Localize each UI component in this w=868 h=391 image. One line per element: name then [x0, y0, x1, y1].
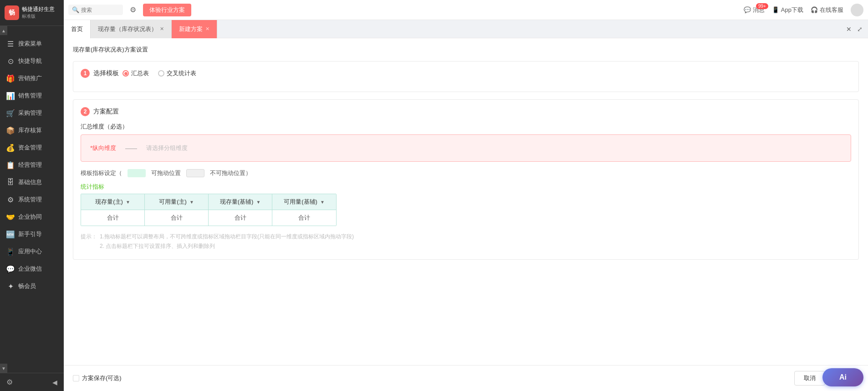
tab-close-inventory[interactable]: ✕ — [160, 26, 164, 32]
search-box[interactable]: 🔍 — [68, 5, 123, 15]
indicators-label-text: 模板指标设定（ — [81, 169, 122, 177]
sidebar-scroll-down[interactable]: ▼ — [0, 364, 7, 373]
tip-2-text: 2. 点击标题栏下拉可设置排序、插入列和删除列 — [100, 242, 215, 250]
messages-badge: 99+ — [756, 3, 768, 9]
messages-button[interactable]: 💬 消息 99+ — [744, 6, 765, 14]
message-icon: 💬 — [744, 6, 751, 13]
sidebar-item-label: 新手引导 — [18, 230, 42, 238]
sidebar-item-sales[interactable]: 📊 销售管理 — [0, 87, 64, 104]
inventory-icon: 📦 — [6, 126, 15, 134]
tab-inventory-status[interactable]: 现存量（库存状况表） ✕ — [91, 20, 172, 38]
sidebar-item-marketing[interactable]: 🎁 营销推广 — [0, 70, 64, 87]
app-download-label: App下载 — [781, 6, 803, 14]
radio-summary[interactable]: 汇总表 — [123, 69, 149, 77]
plan-config: 汇总维度（必选） *纵向维度 —— 请选择分组维度 模板指标设定（ 可拖动位置 … — [81, 123, 851, 250]
sidebar-item-label: 库存核算 — [18, 126, 42, 134]
col1-label: 现存量(主) — [95, 198, 123, 206]
dimension-divider: —— — [125, 145, 137, 152]
onboarding-icon: 🆕 — [6, 230, 15, 238]
indicators-unmovable-text: 不可拖动位置） — [210, 169, 251, 177]
basic-info-icon: 🗄 — [6, 178, 15, 186]
sidebar-item-label: 搜索菜单 — [18, 40, 42, 48]
service-icon: 🎧 — [811, 6, 818, 13]
home-tab-label: 首页 — [71, 25, 83, 33]
tab-close-new-plan[interactable]: ✕ — [205, 26, 209, 32]
ai-button[interactable]: Ai — [822, 368, 863, 386]
sidebar-item-inventory[interactable]: 📦 库存核算 — [0, 122, 64, 139]
sidebar-item-quick-nav[interactable]: ⊙ 快捷导航 — [0, 52, 64, 70]
sidebar-item-basic-info[interactable]: 🗄 基础信息 — [0, 174, 64, 191]
save-plan-checkbox-area[interactable]: 方案保存(可选) — [73, 374, 122, 382]
app-download-button[interactable]: 📱 App下载 — [772, 6, 803, 14]
trial-industry-button[interactable]: 体验行业方案 — [143, 4, 191, 16]
stats-col-4-body: 合计 — [272, 210, 336, 226]
sidebar-item-label: 快捷导航 — [18, 57, 42, 65]
tab-new-plan[interactable]: 新建方案 ✕ — [172, 20, 217, 38]
radio-summary-label: 汇总表 — [131, 69, 149, 77]
online-service-button[interactable]: 🎧 在线客服 — [811, 6, 843, 14]
purchase-icon: 🛒 — [6, 109, 15, 117]
sidebar-item-members[interactable]: ✦ 畅会员 — [0, 278, 64, 295]
sidebar-item-label: 畅会员 — [18, 282, 36, 290]
col2-label: 可用量(主) — [159, 198, 187, 206]
radio-cross[interactable]: 交叉统计表 — [158, 69, 196, 77]
tabs-bar: 首页 现存量（库存状况表） ✕ 新建方案 ✕ ✕ ⤢ — [64, 20, 868, 38]
sidebar-scroll-up[interactable]: ▲ — [0, 26, 7, 35]
sidebar-collapse-icon[interactable]: ◀ — [52, 379, 57, 386]
dimension-placeholder: 请选择分组维度 — [146, 144, 188, 152]
tab-home[interactable]: 首页 — [64, 20, 91, 38]
app-edition: 标准版 — [22, 13, 55, 20]
inventory-status-tab-label: 现存量（库存状况表） — [98, 25, 157, 33]
wechat-icon: 💬 — [6, 265, 15, 273]
cancel-button[interactable]: 取消 — [794, 371, 825, 386]
save-plan-checkbox[interactable] — [73, 375, 79, 381]
col2-chevron[interactable]: ▼ — [189, 200, 194, 205]
stats-col-2-header[interactable]: 可用量(主) ▼ — [145, 194, 209, 210]
page-content: 现存量(库存状况表)方案设置 1 选择模板 汇总表 交叉统计表 — [64, 38, 868, 365]
tip-1: 提示： 1.拖动标题栏可以调整布局，不可跨维度或指标区域拖动栏目字段(只能在同一… — [81, 233, 851, 241]
col3-sub: 合计 — [235, 214, 246, 222]
sidebar-nav: ☰ 搜索菜单 ⊙ 快捷导航 🎁 营销推广 📊 销售管理 🛒 采购管理 📦 库 — [0, 35, 64, 364]
cooperation-icon: 🤝 — [6, 213, 15, 221]
movable-badge — [128, 169, 146, 177]
col1-chevron[interactable]: ▼ — [126, 200, 130, 205]
section1-number: 1 — [81, 69, 90, 78]
topbar: 🔍 ⚙ 体验行业方案 💬 消息 99+ 📱 App下载 🎧 在线客服 — [64, 0, 868, 20]
expand-icon[interactable]: ⤢ — [855, 25, 864, 34]
sidebar-item-purchase[interactable]: 🛒 采购管理 — [0, 104, 64, 122]
sidebar-item-finance[interactable]: 💰 资金管理 — [0, 139, 64, 156]
col4-chevron[interactable]: ▼ — [320, 200, 325, 205]
sales-icon: 📊 — [6, 92, 15, 100]
sidebar-item-operations[interactable]: 📋 经营管理 — [0, 156, 64, 174]
stats-col-1-header[interactable]: 现存量(主) ▼ — [81, 194, 145, 210]
dimension-area[interactable]: *纵向维度 —— 请选择分组维度 — [81, 134, 851, 162]
search-icon: 🔍 — [72, 6, 79, 13]
search-input[interactable] — [81, 7, 117, 13]
sidebar-item-label: 系统管理 — [18, 196, 42, 204]
close-icon[interactable]: ✕ — [844, 25, 853, 34]
stats-col-4-header[interactable]: 可用量(基辅) ▼ — [272, 194, 336, 210]
col1-sub: 合计 — [107, 214, 119, 222]
sidebar-settings-icon[interactable]: ⚙ — [6, 378, 13, 386]
user-avatar[interactable] — [851, 4, 863, 16]
sidebar-item-wechat[interactable]: 💬 企业微信 — [0, 260, 64, 278]
col3-chevron[interactable]: ▼ — [256, 200, 260, 205]
service-label: 在线客服 — [820, 6, 843, 14]
sidebar-item-label: 营销推广 — [18, 74, 42, 82]
sidebar-footer: ⚙ ◀ — [0, 373, 64, 391]
section2-header: 2 方案配置 — [81, 107, 851, 116]
col4-label: 可用量(基辅) — [284, 198, 317, 206]
sidebar-item-system[interactable]: ⚙ 系统管理 — [0, 191, 64, 208]
new-plan-tab-label: 新建方案 — [179, 25, 203, 33]
sidebar-item-search-menu[interactable]: ☰ 搜索菜单 — [0, 35, 64, 52]
stats-col-3-header[interactable]: 现存量(基辅) ▼ — [209, 194, 272, 210]
main-area: 🔍 ⚙ 体验行业方案 💬 消息 99+ 📱 App下载 🎧 在线客服 — [64, 0, 868, 391]
gear-icon[interactable]: ⚙ — [127, 4, 139, 16]
sidebar-item-app-center[interactable]: 📱 应用中心 — [0, 243, 64, 260]
section2-number: 2 — [81, 107, 90, 116]
marketing-icon: 🎁 — [6, 74, 15, 82]
col4-sub: 合计 — [298, 214, 310, 222]
sidebar-item-cooperation[interactable]: 🤝 企业协同 — [0, 208, 64, 226]
radio-cross-circle — [158, 70, 164, 77]
sidebar-item-onboarding[interactable]: 🆕 新手引导 — [0, 226, 64, 243]
